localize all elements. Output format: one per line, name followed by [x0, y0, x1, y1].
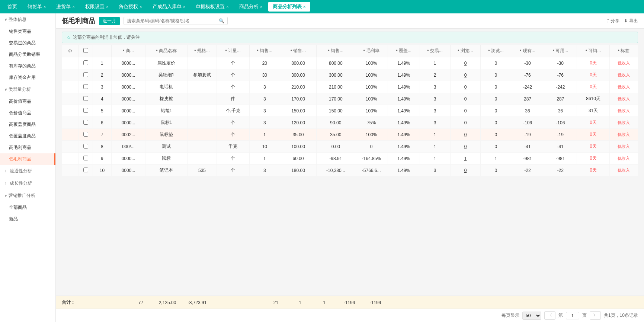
- row-checkbox[interactable]: [83, 132, 88, 137]
- prev-page-button[interactable]: 〈: [544, 311, 555, 320]
- sidebar-item-traded-products[interactable]: 交易过的商品: [0, 37, 55, 49]
- cell-checkbox[interactable]: [79, 129, 93, 141]
- table-row[interactable]: 4 0000... 橡皮擦 件 3 170.00 170.00 100% 1.4…: [62, 93, 638, 105]
- nav-roles[interactable]: 角色授权 ×: [114, 2, 146, 12]
- cell-settings[interactable]: [62, 165, 79, 176]
- cell-checkbox[interactable]: [79, 69, 93, 81]
- cell-settings[interactable]: [62, 57, 79, 69]
- sidebar-item-high-value[interactable]: 高价值商品: [0, 96, 55, 107]
- col-sales-profit[interactable]: • 销售...: [317, 45, 355, 57]
- close-icon[interactable]: ×: [303, 4, 305, 9]
- select-all-checkbox[interactable]: [83, 48, 88, 53]
- table-row[interactable]: 7 0002... 鼠标垫 个 1 35.00 35.00 100% 1.49%…: [62, 129, 638, 141]
- cell-settings[interactable]: [62, 129, 79, 141]
- nav-product-analysis[interactable]: 商品分析 ×: [235, 2, 267, 12]
- nav-templates[interactable]: 单据模板设置 ×: [191, 2, 233, 12]
- col-browse1[interactable]: • 浏览...: [450, 45, 481, 57]
- sidebar-item-all-products[interactable]: 全部商品: [0, 202, 55, 213]
- col-current[interactable]: • 现有...: [511, 45, 544, 57]
- row-checkbox[interactable]: [83, 108, 88, 113]
- col-unit[interactable]: • 计量...: [217, 45, 249, 57]
- cell-settings[interactable]: [62, 105, 79, 117]
- row-checkbox[interactable]: [83, 144, 88, 149]
- table-row[interactable]: 6 0000... 鼠标1 个 3 120.00 90.00 75% 1.49%…: [62, 117, 638, 129]
- nav-purchase[interactable]: 进货单 ×: [52, 2, 79, 12]
- cell-checkbox[interactable]: [79, 57, 93, 69]
- row-checkbox[interactable]: [83, 84, 88, 89]
- close-icon[interactable]: ×: [226, 4, 228, 9]
- sidebar-item-high-coverage[interactable]: 高覆盖度商品: [0, 119, 55, 130]
- sidebar-item-new-products[interactable]: 新品: [0, 213, 55, 225]
- next-page-button[interactable]: 〉: [590, 311, 601, 320]
- close-icon[interactable]: ×: [72, 4, 74, 9]
- sidebar-item-category-sales[interactable]: 商品分类助销率: [0, 49, 55, 60]
- table-row[interactable]: 2 0000... 吴细细1 参加复试 个 30 300.00 300.00 1…: [62, 69, 638, 81]
- col-spec[interactable]: • 规格...: [188, 45, 217, 57]
- nav-home[interactable]: 首页: [3, 2, 22, 12]
- table-row[interactable]: 9 0000... 鼠标 个 1 60.00 -98.91 -164.85% 1…: [62, 153, 638, 165]
- sidebar-item-low-coverage[interactable]: 低覆盖度商品: [0, 130, 55, 142]
- cell-checkbox[interactable]: [79, 93, 93, 105]
- col-sellable[interactable]: • 可销...: [577, 45, 609, 57]
- sidebar-group-growth[interactable]: 〉 成长性分析: [0, 177, 55, 189]
- sidebar-item-high-margin[interactable]: 高毛利商品: [0, 142, 55, 153]
- sidebar-item-inventory[interactable]: 有库存的商品: [0, 60, 55, 72]
- close-icon[interactable]: ×: [140, 4, 142, 9]
- table-row[interactable]: 1 0000... 属性定价 个 20 800.00 800.00 100% 1…: [62, 57, 638, 69]
- cell-settings[interactable]: [62, 141, 79, 153]
- row-checkbox[interactable]: [83, 120, 88, 125]
- row-checkbox[interactable]: [83, 72, 88, 77]
- table-row[interactable]: 8 000/... 测试 千克 10 100.00 0.00 0 1.49% 1…: [62, 141, 638, 153]
- close-icon[interactable]: ×: [106, 4, 108, 9]
- col-sales-price[interactable]: • 销售...: [280, 45, 316, 57]
- row-checkbox[interactable]: [83, 60, 88, 65]
- nav-permissions[interactable]: 权限设置 ×: [81, 2, 113, 12]
- close-icon[interactable]: ×: [260, 4, 262, 9]
- per-page-select[interactable]: 50 20 100: [522, 312, 541, 320]
- cell-checkbox[interactable]: [79, 117, 93, 129]
- nav-product-analysis-list[interactable]: 商品分析列表 ×: [268, 2, 310, 12]
- col-available[interactable]: • 可用...: [544, 45, 577, 57]
- cell-settings[interactable]: [62, 93, 79, 105]
- page-input[interactable]: [566, 312, 579, 319]
- sidebar-group-liquidity[interactable]: 〉 流通性分析: [0, 165, 55, 177]
- cell-settings[interactable]: [62, 81, 79, 93]
- share-button[interactable]: ⤴ 分享: [607, 18, 619, 24]
- cell-checkbox[interactable]: [79, 153, 93, 165]
- col-name[interactable]: • 商品名称: [145, 45, 187, 57]
- col-trades[interactable]: • 交易...: [420, 45, 450, 57]
- sidebar-item-low-margin[interactable]: 低毛利商品: [0, 153, 55, 165]
- table-row[interactable]: 3 0000... 电话机 个 3 210.00 210.00 100% 1.4…: [62, 81, 638, 93]
- cell-checkbox[interactable]: [79, 81, 93, 93]
- filter-button[interactable]: 近一月: [99, 17, 120, 25]
- sidebar-item-capital[interactable]: 库存资金占用: [0, 72, 55, 83]
- col-tag[interactable]: • 标签: [610, 45, 638, 57]
- col-checkbox-all[interactable]: [79, 45, 93, 57]
- cell-settings[interactable]: [62, 69, 79, 81]
- col-gross-rate[interactable]: • 毛利率: [355, 45, 388, 57]
- sidebar-item-low-value[interactable]: 低价值商品: [0, 107, 55, 119]
- row-checkbox[interactable]: [83, 156, 88, 160]
- sidebar-item-sales-products[interactable]: 销售类商品: [0, 26, 55, 37]
- table-row[interactable]: 5 0000... 铅笔1 个,千克 3 150.00 150.00 100% …: [62, 105, 638, 117]
- cell-settings[interactable]: [62, 117, 79, 129]
- col-sales-qty[interactable]: • 销售...: [249, 45, 280, 57]
- col-browse2[interactable]: • 浏览...: [481, 45, 511, 57]
- cell-checkbox[interactable]: [79, 165, 93, 176]
- cell-settings[interactable]: [62, 153, 79, 165]
- col-code[interactable]: • 商...: [112, 45, 145, 57]
- table-row[interactable]: 10 0000... 笔记本 535 个 3 180.00 -10,380...…: [62, 165, 638, 176]
- sidebar-group-overall[interactable]: ∨ 整体信息: [0, 13, 55, 26]
- row-checkbox[interactable]: [83, 168, 88, 172]
- nav-products[interactable]: 产成品入库单 ×: [148, 2, 190, 12]
- search-icon[interactable]: 🔍: [219, 18, 224, 23]
- sidebar-group-marketing[interactable]: ∨ 营销推广分析: [0, 189, 55, 202]
- export-button[interactable]: ⬇ 导出: [624, 18, 638, 24]
- row-checkbox[interactable]: [83, 96, 88, 101]
- cell-checkbox[interactable]: [79, 141, 93, 153]
- search-input[interactable]: [127, 18, 217, 23]
- sidebar-group-cluster[interactable]: ∨ 类群量分析: [0, 83, 55, 96]
- cell-checkbox[interactable]: [79, 105, 93, 117]
- close-icon[interactable]: ×: [44, 4, 46, 9]
- col-coverage[interactable]: • 覆盖...: [388, 45, 420, 57]
